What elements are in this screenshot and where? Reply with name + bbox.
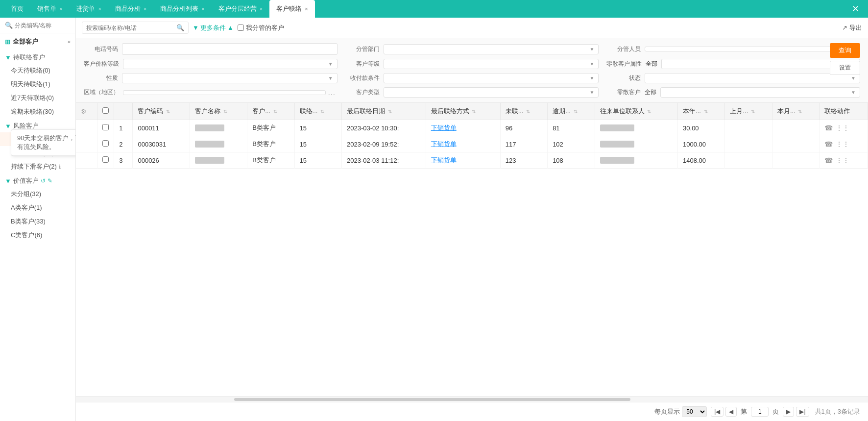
th-this-month[interactable]: 本月... ⇅ — [772, 103, 819, 120]
td-name — [190, 120, 247, 136]
th-code[interactable]: 客户编码 ⇅ — [133, 103, 190, 120]
sidebar-group-value[interactable]: ▼ 价值客户 ↺ ✎ — [0, 173, 75, 187]
page-number-input[interactable] — [751, 407, 769, 417]
tab-customer-layer[interactable]: 客户分层经营 × — [212, 0, 269, 18]
prev-page-btn[interactable]: ◀ — [725, 407, 737, 417]
td-code: 000011 — [133, 120, 190, 136]
td-actions: ☎ ⋮⋮ — [820, 120, 868, 136]
select-all-checkbox[interactable] — [102, 107, 109, 114]
region-select[interactable] — [123, 90, 326, 95]
contact-action-icon[interactable]: ☎ — [824, 156, 833, 164]
td-last-method: 下销货单 — [426, 136, 500, 152]
more-action-icon[interactable]: ⋮⋮ — [836, 124, 849, 132]
window-close-button[interactable]: ✕ — [847, 3, 864, 14]
sidebar-search-input[interactable] — [15, 22, 71, 29]
sidebar-search-area: 🔍 — [0, 18, 75, 33]
contact-method-link[interactable]: 下销货单 — [431, 140, 457, 148]
tab-analysis-list[interactable]: 商品分析列表 × — [153, 0, 211, 18]
th-contacts[interactable]: 联络... ⇅ — [294, 103, 341, 120]
more-action-icon[interactable]: ⋮⋮ — [836, 140, 849, 148]
contact-method-link[interactable]: 下销货单 — [431, 156, 457, 164]
dept-select[interactable]: ▼ — [384, 44, 599, 54]
td-last-date: 2023-02-03 11:12: — [342, 152, 426, 169]
phone-input[interactable] — [122, 43, 338, 55]
th-last-method[interactable]: 最后联络方式 ⇅ — [426, 103, 500, 120]
tab-sales[interactable]: 销售单 × — [30, 0, 69, 18]
tab-purchase-close[interactable]: × — [98, 6, 101, 12]
sidebar-item-today[interactable]: 今天待联络(0) — [0, 64, 75, 77]
manager-select[interactable] — [645, 47, 848, 51]
last-page-btn[interactable]: ▶| — [796, 407, 809, 417]
th-overdue[interactable]: 逾期... ⇅ — [548, 103, 595, 120]
search-input[interactable] — [86, 25, 174, 31]
tab-purchase[interactable]: 进货单 × — [69, 0, 108, 18]
filter-field-customer-level: 客户等级 ▼ — [345, 59, 599, 69]
td-this-year: 30.00 — [678, 120, 725, 136]
sidebar-item-class-b[interactable]: B类客户(33) — [0, 215, 75, 228]
tab-bar: 首页 销售单 × 进货单 × 商品分析 × 商品分析列表 × 客户分层经营 × … — [0, 0, 868, 18]
sidebar-item-class-c[interactable]: C类客户(6) — [0, 228, 75, 242]
row-checkbox[interactable] — [102, 140, 109, 147]
contact-action-icon[interactable]: ☎ — [824, 124, 833, 132]
row-checkbox[interactable] — [102, 156, 109, 163]
table-row: 1 000011 B类客户 15 2023-03-02 10:30: 下销货单 … — [76, 120, 868, 136]
status-select[interactable]: ▼ — [645, 73, 860, 83]
payment-select[interactable]: ▼ — [384, 73, 599, 83]
refresh-icon-value[interactable]: ↺ — [41, 177, 46, 184]
contact-action-icon[interactable]: ☎ — [824, 140, 833, 148]
td-last-month — [725, 152, 772, 169]
tab-analysis[interactable]: 商品分析 × — [108, 0, 153, 18]
sidebar-group-pending[interactable]: ▼ 待联络客户 — [0, 50, 75, 64]
th-settings[interactable]: ⚙ — [76, 103, 97, 120]
search-button-icon[interactable]: 🔍 — [176, 24, 184, 31]
th-type[interactable]: 客户... ⇅ — [247, 103, 294, 120]
grid-icon: ⊞ — [5, 38, 10, 46]
export-btn[interactable]: ↗ 导出 — [842, 24, 862, 32]
my-customers-check-input[interactable] — [238, 25, 244, 31]
sidebar-item-overdue[interactable]: 逾期未联络(30) — [0, 105, 75, 119]
tab-customer-contact-close[interactable]: × — [305, 6, 308, 12]
page-size-select[interactable]: 50 20 100 — [682, 406, 707, 417]
row-checkbox[interactable] — [102, 124, 109, 130]
tab-home[interactable]: 首页 — [4, 0, 30, 18]
search-button[interactable]: 查询 — [830, 43, 860, 58]
contact-method-link[interactable]: 下销货单 — [431, 124, 457, 131]
customer-type-select[interactable]: ▼ — [384, 87, 599, 98]
sidebar-all-customers[interactable]: ⊞ 全部客户 « — [0, 33, 75, 50]
next-page-btn[interactable]: ▶ — [783, 407, 794, 417]
td-last-date: 2023-03-02 10:30: — [342, 120, 426, 136]
tab-analysis-list-close[interactable]: × — [201, 6, 204, 12]
first-page-btn[interactable]: |◀ — [711, 407, 723, 417]
tab-customer-layer-close[interactable]: × — [260, 6, 263, 12]
th-unit-contact[interactable]: 往来单位联系人 ⇅ — [595, 103, 678, 120]
sidebar-item-7days[interactable]: 近7天待联络(0) — [0, 91, 75, 105]
settings-button[interactable]: 设置 — [830, 61, 860, 75]
tab-analysis-close[interactable]: × — [144, 6, 146, 12]
th-name[interactable]: 客户名称 ⇅ — [190, 103, 247, 120]
sidebar-item-class-a[interactable]: A类客户(1) — [0, 201, 75, 215]
sort-name-icon: ⇅ — [223, 109, 227, 114]
sidebar-group-risk[interactable]: ▼ 风险客户 90天未交易的客户，可能有流失风险。 — [0, 119, 75, 132]
blurred-unit — [600, 124, 634, 131]
my-customers-checkbox[interactable]: 我分管的客户 — [238, 24, 284, 32]
th-no-contact[interactable]: 未联... ⇅ — [500, 103, 547, 120]
sidebar-item-tomorrow[interactable]: 明天待联络(1) — [0, 77, 75, 91]
retail-customer-select[interactable]: ▼ — [660, 87, 860, 98]
edit-icon-value[interactable]: ✎ — [48, 177, 52, 184]
more-conditions-btn[interactable]: ▼ 更多条件 ▲ — [193, 24, 234, 32]
price-level-select[interactable]: ▼ — [123, 59, 338, 69]
sidebar-item-declining[interactable]: 持续下滑客户(2) ℹ — [0, 160, 75, 173]
tab-sales-close[interactable]: × — [59, 6, 62, 12]
customer-level-select[interactable]: ▼ — [384, 59, 599, 69]
td-checkbox — [97, 152, 114, 169]
sidebar: 🔍 ⊞ 全部客户 « ▼ 待联络客户 今天待联络(0) 明天待联络(1) 近7天… — [0, 18, 76, 421]
th-this-year[interactable]: 本年... ⇅ — [678, 103, 725, 120]
th-last-date[interactable]: 最后联络日期 ⇅ — [342, 103, 426, 120]
horizontal-scrollbar-thumb[interactable] — [234, 398, 630, 401]
more-action-icon[interactable]: ⋮⋮ — [836, 156, 849, 164]
region-dots[interactable]: … — [326, 88, 338, 97]
th-last-month[interactable]: 上月... ⇅ — [725, 103, 772, 120]
sidebar-item-ungrouped[interactable]: 未分组(32) — [0, 187, 75, 201]
gender-select[interactable]: ▼ — [122, 73, 338, 83]
tab-customer-contact[interactable]: 客户联络 × — [269, 0, 314, 18]
